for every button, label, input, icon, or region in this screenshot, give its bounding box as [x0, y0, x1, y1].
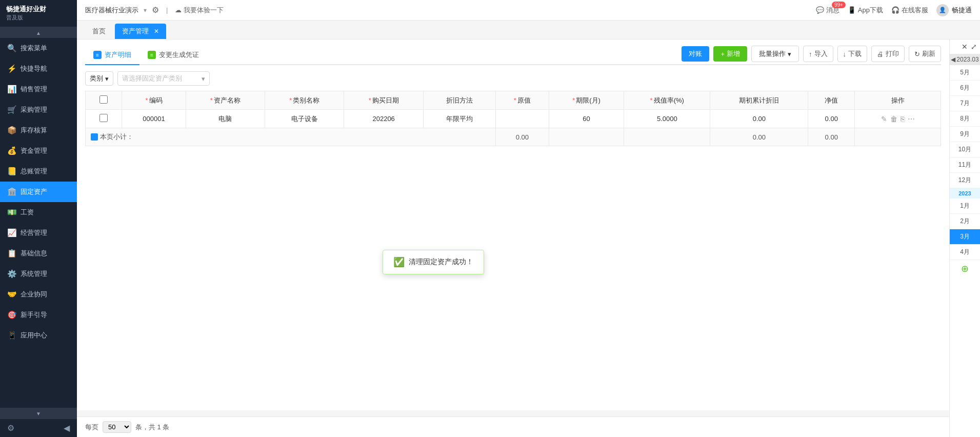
export-btn[interactable]: ↑ 导入 — [803, 46, 833, 62]
th-checkbox — [86, 91, 122, 110]
sidebar-item-purchase[interactable]: 🛒 采购管理 — [0, 100, 77, 120]
sidebar-item-guide[interactable]: 🎯 新手引导 — [0, 305, 77, 325]
collapse-icon[interactable]: ◀ — [64, 423, 70, 433]
sidebar-item-finance[interactable]: 💰 资金管理 — [0, 141, 77, 161]
new-btn[interactable]: + 新增 — [713, 46, 747, 62]
sidebar-item-payroll[interactable]: 💵 工资 — [0, 202, 77, 223]
sidebar-item-ledger[interactable]: 📒 总账管理 — [0, 161, 77, 182]
subtotal-initial-accum-depr: 0.00 — [710, 128, 808, 146]
sub-tab-asset-detail[interactable]: ≡ 资产明细 — [85, 46, 139, 65]
app-download-btn[interactable]: 📱 App下载 — [848, 6, 883, 15]
subtotal-original-value: 0.00 — [495, 128, 549, 146]
print-btn[interactable]: 🖨 打印 — [871, 46, 905, 62]
right-panel-close-btn[interactable]: ✕ — [961, 42, 969, 52]
inner-content: ≡ 资产明细 ≡ 变更生成凭证 对账 + 新增 — [77, 39, 949, 410]
sidebar-item-operations[interactable]: 📈 经营管理 — [0, 223, 77, 243]
th-name: *资产名称 — [186, 91, 265, 110]
change-voucher-tab-icon: ≡ — [148, 51, 156, 59]
tab-asset-mgmt[interactable]: 资产管理 ✕ — [115, 24, 166, 39]
horizontal-scrollbar[interactable] — [77, 410, 949, 416]
th-purchase-date: *购买日期 — [344, 91, 423, 110]
inventory-icon: 📦 — [7, 126, 16, 135]
month-1[interactable]: 1月 — [950, 198, 980, 214]
user-area[interactable]: 👤 畅捷通 — [936, 4, 972, 16]
subtotal-icon — [91, 133, 98, 141]
quick-nav-icon: ⚡ — [7, 64, 16, 73]
row-checkbox[interactable] — [99, 114, 108, 122]
filter-bar: 类别 ▾ 请选择固定资产类别 ▾ — [85, 71, 941, 86]
company-dropdown-icon[interactable]: ▾ — [144, 7, 147, 14]
month-7[interactable]: 7月 — [950, 96, 980, 111]
sidebar-item-cooperation[interactable]: 🤝 企业协同 — [0, 284, 77, 305]
divider: | — [166, 6, 168, 14]
online-service-btn[interactable]: 🎧 在线客服 — [891, 6, 928, 15]
sidebar-item-basic-info[interactable]: 📋 基础信息 — [0, 243, 77, 264]
td-category: 电子设备 — [265, 110, 344, 128]
sub-tab-change-voucher[interactable]: ≡ 变更生成凭证 — [139, 46, 207, 65]
tab-close-icon[interactable]: ✕ — [154, 28, 159, 35]
message-btn[interactable]: 💬 消息 99+ — [816, 6, 839, 15]
td-residual-rate: 5.0000 — [624, 110, 710, 128]
more-icon[interactable]: ⋯ — [908, 115, 915, 123]
guide-icon: 🎯 — [7, 310, 16, 320]
sidebar-item-app-center[interactable]: 📱 应用中心 — [0, 325, 77, 346]
topbar: 医疗器械行业演示 ▾ ⚙ | ☁ 我要体验一下 💬 消息 99+ 📱 App下载… — [77, 0, 980, 21]
th-original-value: *原值 — [495, 91, 549, 110]
month-12[interactable]: 12月 — [950, 173, 980, 188]
category-filter-select[interactable]: 类别 ▾ — [85, 71, 113, 86]
plus-icon: + — [721, 50, 725, 58]
sidebar-item-quick-nav[interactable]: ⚡ 快捷导航 — [0, 58, 77, 79]
tabbar: 首页 资产管理 ✕ — [77, 21, 980, 39]
month-5[interactable]: 5月 — [950, 65, 980, 81]
down-circle-icon: ⊕ — [961, 264, 969, 274]
right-panel-header[interactable]: ◀ 2023.03 — [950, 54, 980, 65]
month-3-current[interactable]: 3月 — [950, 229, 980, 245]
month-10[interactable]: 10月 — [950, 142, 980, 157]
settings-icon[interactable]: ⚙ — [7, 423, 14, 433]
sidebar-header: 畅捷通好业财 普及版 — [0, 0, 77, 27]
month-6[interactable]: 6月 — [950, 81, 980, 96]
subtotal-net-value: 0.00 — [808, 128, 855, 146]
download-btn[interactable]: ↓ 下载 — [837, 46, 868, 62]
ledger-icon: 📒 — [7, 167, 16, 176]
reconcile-btn[interactable]: 对账 — [682, 46, 709, 62]
down-arrow-area[interactable]: ⊕ — [950, 260, 980, 277]
delete-icon[interactable]: 🗑 — [890, 115, 897, 123]
sub-tab-asset-detail-label: 资产明细 — [105, 50, 131, 59]
subtotal-residual — [624, 128, 710, 146]
edit-icon[interactable]: ✎ — [881, 115, 887, 123]
sidebar-item-sales[interactable]: 📊 销售管理 — [0, 79, 77, 100]
batch-btn[interactable]: 批量操作 ▾ — [751, 46, 799, 62]
payroll-icon: 💵 — [7, 208, 16, 217]
refresh-btn[interactable]: ↻ 刷新 — [909, 46, 941, 62]
app-download-label: App下载 — [858, 6, 883, 15]
subtotal-period — [549, 128, 624, 146]
select-all-checkbox[interactable] — [99, 95, 108, 104]
settings-gear-icon[interactable]: ⚙ — [152, 5, 159, 15]
print-label: 打印 — [886, 49, 899, 58]
sidebar-scroll-up[interactable]: ▲ — [0, 27, 77, 38]
filter-left: 类别 ▾ 请选择固定资产类别 ▾ — [85, 71, 210, 86]
category-filter-input[interactable]: 请选择固定资产类别 ▾ — [117, 71, 210, 86]
download-icon: 📱 — [848, 6, 856, 14]
page-size-select[interactable]: 50 100 200 — [103, 421, 131, 433]
sidebar-item-fixed-assets[interactable]: 🏛️ 固定资产 — [0, 182, 77, 202]
category-filter-label: 类别 — [90, 74, 103, 83]
month-9[interactable]: 9月 — [950, 127, 980, 142]
month-2[interactable]: 2月 — [950, 214, 980, 229]
sidebar-scroll-down[interactable]: ▼ — [0, 408, 77, 419]
experience-text[interactable]: 我要体验一下 — [184, 6, 224, 15]
sidebar-item-system[interactable]: ⚙️ 系统管理 — [0, 264, 77, 284]
copy-icon[interactable]: ⎘ — [901, 115, 905, 123]
search-icon: 🔍 — [7, 44, 16, 53]
right-panel-expand-btn[interactable]: ⤢ — [970, 42, 978, 52]
tab-home[interactable]: 首页 — [85, 24, 113, 39]
sidebar-item-inventory[interactable]: 📦 库存核算 — [0, 120, 77, 141]
month-8[interactable]: 8月 — [950, 111, 980, 127]
message-badge: 99+ — [832, 2, 846, 8]
subtotal-row: 本页小计： 0.00 0.00 0.00 — [86, 128, 941, 146]
sidebar-item-search[interactable]: 🔍 搜索菜单 — [0, 38, 77, 58]
month-11[interactable]: 11月 — [950, 157, 980, 173]
refresh-icon: ↻ — [914, 50, 920, 58]
month-4[interactable]: 4月 — [950, 245, 980, 260]
